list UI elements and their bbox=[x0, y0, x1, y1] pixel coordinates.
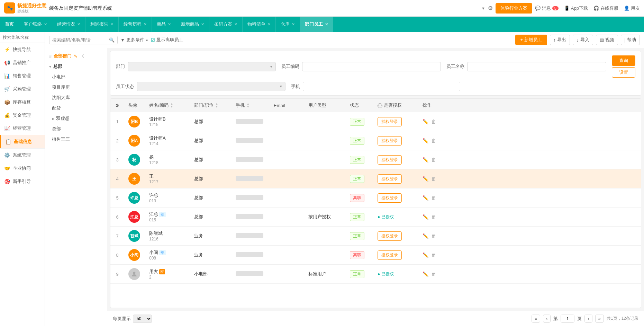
dept-item-zongbu-parent[interactable]: ▼ 总部 bbox=[45, 61, 107, 72]
edit-icon-2[interactable]: ✏️ bbox=[423, 157, 428, 162]
page-input[interactable] bbox=[561, 315, 574, 323]
delete-icon-0[interactable]: 🗑 bbox=[431, 119, 436, 124]
dept-edit-icon[interactable]: ✎ bbox=[74, 54, 78, 59]
dept-sort[interactable]: ▲ ▼ bbox=[215, 103, 218, 108]
tab-profit-close[interactable]: ✕ bbox=[110, 22, 114, 27]
system-dropdown-arrow[interactable]: ▼ bbox=[481, 6, 485, 10]
help-btn[interactable]: | 帮助 bbox=[621, 35, 640, 45]
auth-btn-1[interactable]: 授权登录 bbox=[378, 136, 402, 146]
tab-operation[interactable]: 经营情况✕ bbox=[52, 17, 85, 32]
delete-icon-7[interactable]: 🗑 bbox=[431, 252, 436, 258]
delete-icon-6[interactable]: 🗑 bbox=[431, 233, 436, 239]
dept-item-xiaodian[interactable]: 小电部 bbox=[45, 72, 107, 82]
dept-item-zhishu[interactable]: 植树王三 bbox=[45, 134, 107, 144]
next-page-btn[interactable]: › bbox=[584, 315, 592, 323]
emp-code-input[interactable] bbox=[302, 62, 441, 71]
msg-action[interactable]: 💬 消息 5 bbox=[535, 5, 559, 11]
edit-icon-0[interactable]: ✏️ bbox=[423, 119, 428, 124]
name-sort[interactable]: ▲ ▼ bbox=[170, 103, 173, 108]
tab-warehouse-close[interactable]: ✕ bbox=[292, 22, 295, 27]
delete-icon-3[interactable]: 🗑 bbox=[431, 176, 436, 182]
tab-home[interactable]: 首页 bbox=[0, 17, 19, 32]
import-btn[interactable]: ↓ 导入 bbox=[573, 35, 593, 45]
tab-barcode[interactable]: 条码方案✕ bbox=[209, 17, 243, 32]
delete-icon-5[interactable]: 🗑 bbox=[431, 214, 436, 220]
sidebar-item-finance[interactable]: 💰 资金管理 bbox=[0, 109, 45, 122]
sidebar-item-bizmanage[interactable]: 📈 经营管理 bbox=[0, 122, 45, 135]
edit-icon-4[interactable]: ✏️ bbox=[423, 195, 428, 201]
first-page-btn[interactable]: « bbox=[532, 315, 540, 323]
dept-item-shenyang[interactable]: 沈阳大库 bbox=[45, 92, 107, 103]
export-btn[interactable]: ↑ 导出 bbox=[550, 35, 570, 45]
dept-item-shuangxu[interactable]: ▶ 双虚想 bbox=[45, 113, 107, 124]
phone-sort[interactable]: ▲ ▼ bbox=[247, 103, 250, 108]
view-btn[interactable]: ▤ 视频 bbox=[596, 35, 618, 45]
edit-icon-7[interactable]: ✏️ bbox=[423, 252, 428, 258]
emp-status-select[interactable] bbox=[137, 82, 285, 91]
query-btn[interactable]: 查询 bbox=[612, 55, 635, 66]
sidebar-item-quick-nav[interactable]: ⚡ 快捷导航 bbox=[0, 43, 45, 56]
try-btn[interactable]: 体验行业方案 bbox=[496, 3, 532, 14]
sidebar-item-sysmanage[interactable]: ⚙️ 系统管理 bbox=[0, 149, 45, 162]
prev-page-btn[interactable]: ‹ bbox=[543, 315, 551, 323]
tab-employees[interactable]: 部门员工✕ bbox=[300, 17, 333, 32]
edit-icon-8[interactable]: ✏️ bbox=[423, 271, 428, 277]
edit-icon-3[interactable]: ✏️ bbox=[423, 176, 428, 182]
auth-info-icon[interactable]: ⓘ bbox=[378, 103, 382, 108]
tab-goods-close[interactable]: ✕ bbox=[168, 22, 171, 27]
delete-icon-2[interactable]: 🗑 bbox=[431, 157, 436, 162]
sidebar-item-purchase[interactable]: 🛒 采购管理 bbox=[0, 82, 45, 96]
sidebar-item-sales[interactable]: 📊 销售管理 bbox=[0, 69, 45, 82]
dept-item-peihuo[interactable]: 配货 bbox=[45, 103, 107, 113]
delete-icon-4[interactable]: 🗑 bbox=[431, 195, 436, 201]
tab-goods[interactable]: 商品✕ bbox=[152, 17, 176, 32]
employee-search-input[interactable] bbox=[52, 37, 108, 43]
th-dept[interactable]: 部门/职位 ▲ ▼ bbox=[190, 99, 232, 112]
tab-bom[interactable]: 物料清单✕ bbox=[243, 17, 276, 32]
auth-btn-3[interactable]: 授权登录 bbox=[378, 174, 402, 184]
edit-icon-6[interactable]: ✏️ bbox=[423, 233, 428, 239]
sidebar-item-newbie[interactable]: 🎯 新手引导 bbox=[0, 175, 45, 188]
auth-btn-6[interactable]: 授权登录 bbox=[378, 231, 402, 241]
set-btn[interactable]: 设置 bbox=[612, 67, 635, 78]
emp-name-input[interactable] bbox=[467, 62, 606, 71]
dept-all-label[interactable]: 全部部门 bbox=[54, 53, 72, 59]
more-conditions-btn[interactable]: ▼ 更多条件 ∧ bbox=[120, 37, 148, 43]
show-resigned-toggle[interactable]: ☑ 显示离职员工 bbox=[151, 37, 183, 43]
tab-customer-close[interactable]: ✕ bbox=[44, 22, 47, 27]
sidebar-item-marketing[interactable]: 📢 营销推广 bbox=[0, 56, 45, 69]
edit-icon-1[interactable]: ✏️ bbox=[423, 138, 428, 143]
online-service-action[interactable]: 🎧 在线客服 bbox=[593, 5, 618, 11]
auth-btn-4[interactable]: 授权登录 bbox=[378, 193, 402, 203]
sidebar-search-input[interactable] bbox=[3, 35, 45, 40]
th-settings[interactable]: ⚙ bbox=[110, 99, 124, 112]
employee-search-icon[interactable]: 🔍 bbox=[109, 37, 115, 43]
delete-icon-1[interactable]: 🗑 bbox=[431, 138, 436, 143]
th-phone[interactable]: 手机 ▲ ▼ bbox=[232, 99, 270, 112]
tab-history[interactable]: 经营历程✕ bbox=[119, 17, 152, 32]
th-name[interactable]: 姓名/编码 ▲ ▼ bbox=[145, 99, 190, 112]
auth-btn-0[interactable]: 授权登录 bbox=[378, 117, 402, 126]
add-employee-btn[interactable]: + 新增员工 bbox=[515, 35, 547, 45]
sidebar-item-collab[interactable]: 🤝 企业协同 bbox=[0, 162, 45, 175]
per-page-select[interactable]: 50 100 200 bbox=[133, 315, 152, 323]
dept-item-xiangmu[interactable]: 项目库房 bbox=[45, 82, 107, 92]
tab-barcode-close[interactable]: ✕ bbox=[234, 22, 237, 27]
tab-profit[interactable]: 利润报告✕ bbox=[85, 17, 119, 32]
tab-add-goods[interactable]: 新增商品✕ bbox=[176, 17, 209, 32]
edit-icon-5[interactable]: ✏️ bbox=[423, 214, 428, 220]
dept-select[interactable] bbox=[128, 62, 276, 71]
dept-item-zongbu-sub[interactable]: 总部 bbox=[45, 124, 107, 134]
settings-icon[interactable]: ⚙ bbox=[488, 5, 493, 11]
auth-btn-2[interactable]: 授权登录 bbox=[378, 155, 402, 165]
sidebar-item-basicinfo[interactable]: 📋 基础信息 bbox=[0, 135, 45, 148]
app-download-action[interactable]: 📱 App下载 bbox=[564, 5, 588, 11]
tab-customer[interactable]: 客户联络✕ bbox=[19, 17, 52, 32]
tab-add-goods-close[interactable]: ✕ bbox=[201, 22, 204, 27]
last-page-btn[interactable]: » bbox=[595, 315, 604, 323]
delete-icon-8[interactable]: 🗑 bbox=[431, 271, 436, 277]
show-resigned-checkbox[interactable]: ☑ bbox=[151, 37, 155, 43]
tab-employees-close[interactable]: ✕ bbox=[325, 22, 328, 27]
tab-operation-close[interactable]: ✕ bbox=[77, 22, 80, 27]
tab-warehouse[interactable]: 仓库✕ bbox=[276, 17, 300, 32]
